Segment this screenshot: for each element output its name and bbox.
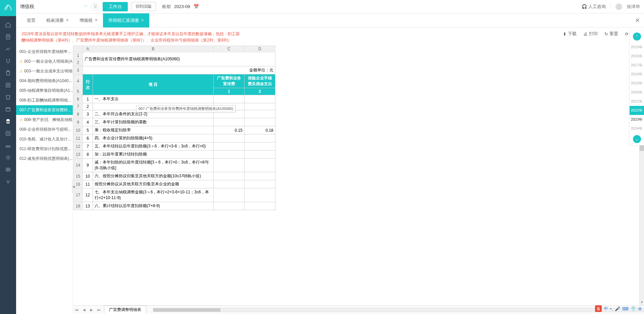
cell-item[interactable]: 三、本年计算扣除限额的基数 (93, 118, 214, 126)
cell-item[interactable]: 乘：税收规定扣除率 (93, 126, 214, 134)
cell-item[interactable]: 加：以前年度累计结转扣除额 (93, 150, 214, 159)
tab-close-icon[interactable]: ✕ (141, 18, 144, 22)
row-header[interactable]: 3 (73, 66, 83, 74)
row-header[interactable]: 18 (73, 202, 83, 210)
cell-rownum[interactable]: 1 (83, 95, 93, 103)
doc-circle-button[interactable]: ☰ (91, 3, 99, 11)
col-header-C[interactable]: C (214, 46, 245, 52)
cell-value-c[interactable] (214, 180, 245, 188)
year-up-button[interactable]: ⌃ (633, 33, 641, 41)
form-list-item[interactable]: 004-期间费用明细表(A1040... (16, 76, 73, 86)
nav-scan-icon[interactable] (0, 79, 16, 91)
form-list-item[interactable]: ⚠003-一般企业成本支出明细... (16, 66, 73, 76)
row-header[interactable]: 1 (73, 52, 83, 59)
tab-2[interactable]: 增值税✕ (74, 13, 103, 27)
cell-rownum[interactable]: 11 (83, 180, 93, 188)
cell-value-d[interactable] (245, 134, 275, 142)
cell-item[interactable]: 四、本企业计算的扣除限额(4×5) (93, 134, 214, 142)
cell-rownum[interactable]: 6 (83, 134, 93, 142)
cell-item[interactable]: 六、按照分摊协议归集至其他关联方的金额(10≤3与6孰小值) (93, 172, 214, 180)
cell-item[interactable]: 五、本年结转以后年度扣除额(3＞6，本行=3-6；3≤6，本行=0) (93, 142, 214, 150)
row-header[interactable]: 12 (73, 142, 83, 150)
row-header[interactable]: 14 (73, 159, 83, 172)
cell-value-c[interactable] (214, 172, 245, 180)
tab-close-icon[interactable]: ✕ (95, 18, 98, 22)
row-header[interactable]: 7 (73, 103, 83, 110)
cell-value-c[interactable] (214, 150, 245, 159)
year-item[interactable]: 2021年 (630, 97, 644, 106)
form-list-item[interactable]: 007-广告费和业务宣传费跨... (16, 105, 73, 115)
cell-value-c[interactable] (214, 134, 245, 142)
cell-value-c[interactable] (214, 159, 245, 172)
cell-value-d[interactable] (245, 202, 275, 210)
year-item[interactable]: 2023年 (630, 115, 644, 124)
form-list-item[interactable]: 001-企业所得税年度纳税申... (16, 47, 73, 57)
form-list-item[interactable]: ⚠008-资产折旧、摊销及纳税... (16, 115, 73, 125)
close-all-tabs-icon[interactable]: ✕ (635, 17, 640, 24)
cell-value-c[interactable]: 0.15 (214, 126, 245, 134)
col-header-A[interactable]: A (83, 46, 93, 52)
cell-value-d[interactable] (245, 110, 275, 118)
year-item[interactable]: 2016年 (630, 52, 644, 61)
row-header[interactable]: 8 (73, 110, 83, 118)
row-header[interactable]: 10 (73, 126, 83, 134)
col-header-D[interactable]: D (245, 46, 275, 52)
year-down-button[interactable]: ⌄ (633, 135, 641, 143)
cell-item[interactable]: 七、本年支出纳税调整金额(3＞6，本行=2+3-6+10-11；3≤6，本行=2… (93, 188, 214, 202)
nav-tax-icon[interactable] (0, 115, 16, 127)
row-header[interactable]: 6 (73, 95, 83, 103)
form-list-item[interactable]: ⚠002-一般企业收入明细表(A... (16, 57, 73, 66)
cell-value-c[interactable] (214, 202, 245, 210)
nav-money-icon[interactable] (0, 55, 16, 67)
form-list-item[interactable]: 006-职工薪酬纳税调整明细... (16, 96, 73, 105)
cell-value-d[interactable] (245, 172, 275, 180)
nav-shirt-icon[interactable] (0, 91, 16, 103)
switch-old-button[interactable]: 切到旧版 (131, 2, 156, 11)
nav-export-icon[interactable] (0, 127, 16, 139)
cell-rownum[interactable]: 2 (83, 103, 93, 110)
row-header[interactable]: 15 (73, 172, 83, 180)
year-item[interactable]: 2020年 (630, 88, 644, 97)
ime-mic-icon[interactable]: 🎤 (615, 306, 620, 311)
cell-item[interactable]: 八、累计结转以后年度扣除额(7+8-9) (93, 202, 214, 210)
nav-v-icon[interactable] (0, 176, 16, 188)
form-list-item[interactable]: 012-减免所得税优惠明细表(... (16, 154, 73, 164)
scroll-down-icon[interactable]: ▼ (640, 301, 644, 305)
cell-value-d[interactable] (245, 180, 275, 188)
cell-value-c[interactable] (214, 95, 245, 103)
ime-keyboard-icon[interactable]: ⌨ (622, 306, 629, 311)
cell-rownum[interactable]: 4 (83, 118, 93, 126)
nav-settings-icon[interactable] (0, 151, 16, 164)
row-header[interactable]: 13 (73, 150, 83, 159)
form-list-item[interactable]: 005-纳税调整项目明细表(A1... (16, 86, 73, 96)
row-header[interactable]: 5 (73, 88, 83, 95)
sheet-nav-first-icon[interactable]: ⏮ (73, 306, 80, 314)
cell-rownum[interactable]: 8 (83, 150, 93, 159)
year-item[interactable]: 2022年 (630, 106, 644, 115)
sheet-nav-prev-icon[interactable]: ◀ (80, 306, 88, 314)
cell-rownum[interactable]: 13 (83, 202, 93, 210)
year-item[interactable]: 2024年 (630, 124, 644, 133)
horizontal-scrollbar[interactable] (153, 308, 644, 312)
tab-close-icon[interactable]: ✕ (66, 18, 69, 22)
cell-value-d[interactable]: 0.18 (245, 126, 275, 134)
cell-value-c[interactable] (214, 118, 245, 126)
nav-video-icon[interactable] (0, 164, 16, 176)
nav-chart-icon[interactable] (0, 43, 16, 55)
row-header[interactable]: 11 (73, 134, 83, 142)
corner-cell[interactable] (73, 46, 83, 52)
year-item[interactable]: 2018年 (630, 70, 644, 79)
breadcrumb-chevron-icon[interactable]: ﹀ (84, 4, 88, 9)
cell-value-d[interactable] (245, 150, 275, 159)
ime-logo-icon[interactable]: S (595, 305, 602, 312)
nav-calendar-icon[interactable] (0, 103, 16, 115)
cell-rownum[interactable]: 12 (83, 188, 93, 202)
print-button[interactable]: 🖨打印 (583, 31, 598, 37)
sheet-nav-last-icon[interactable]: ⏭ (95, 306, 103, 314)
cell-value-d[interactable] (245, 159, 275, 172)
row-header[interactable]: 4 (73, 74, 83, 88)
cell-value-d[interactable] (245, 188, 275, 202)
year-item[interactable]: 2019年 (630, 79, 644, 88)
form-list-item[interactable]: 009-企业所得税弥补亏损明... (16, 125, 73, 134)
cell-rownum[interactable]: 9 (83, 159, 93, 172)
